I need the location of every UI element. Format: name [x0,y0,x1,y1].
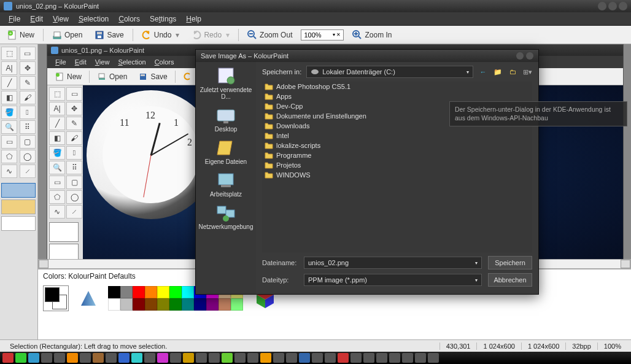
taskbar-icon[interactable] [350,353,362,363]
close-button[interactable] [619,2,627,10]
dialog-help-button[interactable] [516,52,524,60]
redo-button[interactable]: Redo▾ [188,29,233,41]
inner-tool[interactable]: ╱ [49,117,65,130]
taskbar-icon[interactable] [312,353,323,363]
save-confirm-button[interactable]: Speichern [488,256,532,269]
tool-text[interactable]: A| [1,61,17,75]
inner-tool[interactable]: ⟋ [66,205,82,219]
taskbar-icon[interactable] [402,353,413,363]
tool-zoom[interactable]: 🔍 [1,120,17,134]
inner-open-button[interactable]: Open [93,71,131,83]
taskbar-icon[interactable] [67,353,78,363]
place-item[interactable]: Eigene Dateien [197,137,255,165]
taskbar-icon[interactable] [234,353,246,363]
filetype-combo[interactable]: PPM image (*.ppm)▾ [304,274,482,286]
inner-tool[interactable]: 🖌 [66,131,82,145]
inner-tool[interactable]: 𖨆 [66,146,82,160]
taskbar-icon[interactable] [106,353,117,363]
taskbar-icon[interactable] [299,353,310,363]
taskbar-icon[interactable] [183,353,194,363]
place-item[interactable]: Zuletzt verwendete D... [197,66,255,100]
open-button[interactable]: Open [48,29,86,41]
tool-move[interactable]: ✥ [20,61,36,75]
inner-menu-file[interactable]: File [51,57,71,67]
tool-option-2[interactable] [1,199,36,214]
color-swatch[interactable] [145,298,157,311]
taskbar-icon[interactable] [157,353,168,363]
inner-new-button[interactable]: New [51,71,85,83]
place-item[interactable]: Arbeitsplatz [197,170,255,198]
taskbar-icon[interactable] [144,353,155,363]
taskbar-icon[interactable] [273,353,284,363]
inner-tool[interactable]: ◯ [66,190,82,204]
taskbar-icon[interactable] [170,353,181,363]
color-swatch[interactable] [169,298,182,311]
color-swatch[interactable] [194,298,206,311]
menu-edit[interactable]: Edit [25,14,48,25]
inner-menu-edit[interactable]: Edit [71,57,91,67]
inner-tool[interactable]: ✎ [66,117,82,130]
color-swatch[interactable] [182,298,194,311]
gradient-icon[interactable] [80,290,97,307]
undo-button[interactable]: Undo▾ [138,29,184,41]
color-swatch[interactable] [120,298,133,311]
place-item[interactable]: Desktop [197,105,255,133]
scroll-right-arrow[interactable] [621,260,630,268]
inner-tool[interactable]: ⬠ [49,190,65,204]
color-swatch[interactable] [133,298,145,311]
menu-selection[interactable]: Selection [74,14,114,25]
tool-line[interactable]: ╱ [1,76,17,90]
maximize-button[interactable] [608,2,617,10]
taskbar-icon[interactable] [389,353,400,363]
taskbar-icon[interactable] [428,353,439,363]
taskbar-icon[interactable] [54,353,65,363]
tool-ellipse[interactable]: ◯ [20,150,36,163]
inner-menu-colors[interactable]: Colors [150,57,179,67]
color-swatch[interactable] [182,286,194,298]
tool-eraser[interactable]: ◧ [1,91,17,104]
inner-tool[interactable]: 🔍 [49,161,65,174]
color-swatch[interactable] [206,298,219,311]
scroll-left-arrow[interactable] [39,260,48,268]
tool-rect[interactable]: ▭ [1,135,17,149]
file-item[interactable]: Intel [262,131,532,141]
file-item[interactable]: Projetos [262,160,532,170]
tool-polygon[interactable]: ⬠ [1,150,17,163]
taskbar-icon[interactable] [260,353,271,363]
tool-option-1[interactable] [1,183,36,198]
taskbar-icon[interactable] [28,353,39,363]
file-item[interactable]: Programme [262,150,532,160]
tool-spray[interactable]: ⠿ [20,120,36,134]
taskbar-icon[interactable] [222,353,233,363]
zoom-in-button[interactable]: Zoom In [349,29,395,41]
nav-up-icon[interactable]: 📁 [493,67,503,77]
inner-tool[interactable]: ◧ [49,131,65,145]
color-swatch[interactable] [157,286,169,298]
color-swatch[interactable] [169,286,182,298]
cancel-button[interactable]: Abbrechen [488,273,532,287]
tool-roundrect[interactable]: ▢ [20,135,36,149]
minimize-button[interactable] [598,2,606,10]
tool-option-3[interactable] [1,216,36,231]
menu-file[interactable]: File [4,14,25,25]
file-item[interactable]: lokalize-scripts [262,141,532,150]
nav-newfolder-icon[interactable]: 🗀 [508,67,517,77]
taskbar-icon[interactable] [338,353,349,363]
tool-picker[interactable]: 𖨆 [20,106,36,119]
file-item[interactable]: Adobe Photoshop CS5.1 [262,82,532,91]
inner-save-button[interactable]: Save [134,71,171,83]
inner-tool[interactable]: ⬚ [49,87,65,101]
taskbar-icon[interactable] [41,353,52,363]
taskbar-icon[interactable] [286,353,297,363]
taskbar-icon[interactable] [93,353,104,363]
taskbar-icon[interactable] [196,353,207,363]
color-fgbg[interactable] [43,285,69,311]
menu-settings[interactable]: Settings [145,14,181,25]
tool-fill[interactable]: 🪣 [1,106,17,119]
inner-tool[interactable]: ✥ [66,102,82,115]
color-swatch[interactable] [120,286,133,298]
new-button[interactable]: +New [4,29,38,41]
tool-rectselect[interactable]: ▭ [20,47,36,60]
save-button[interactable]: Save [91,29,127,41]
color-swatch[interactable] [108,286,120,298]
